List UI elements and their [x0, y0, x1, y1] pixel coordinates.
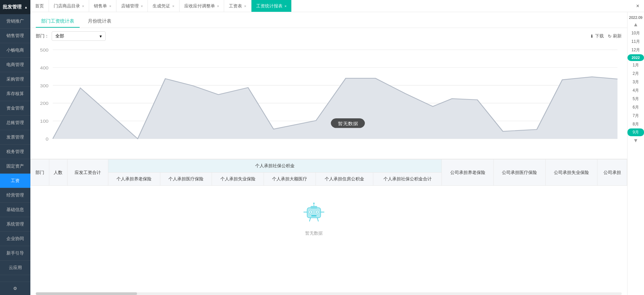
tab-close-goods[interactable]: ×	[82, 4, 84, 8]
toolbar: 部门： 全部 ▾ ⬇ 下载 ↻ 刷新	[30, 28, 627, 44]
tab-store[interactable]: 店铺管理×	[116, 0, 148, 12]
tab-month-stats[interactable]: 月份统计表	[82, 16, 117, 28]
download-label: 下载	[595, 33, 604, 39]
sidebar-item-tax[interactable]: 税务管理	[0, 145, 30, 159]
timeline-month-10[interactable]: 7月	[627, 112, 644, 120]
chart-area: 500 400 300 200 100 0	[30, 44, 627, 159]
timeline-month-7[interactable]: 4月	[627, 86, 644, 95]
empty-robot-icon	[300, 199, 327, 226]
timeline-month-0[interactable]: 10月	[627, 29, 644, 37]
timeline-month-2[interactable]: 12月	[627, 46, 644, 54]
th-company-more: 公司承担	[597, 159, 627, 186]
sidebar-item-corp[interactable]: 企业协同	[0, 232, 30, 246]
tab-label-store: 店铺管理	[121, 3, 139, 9]
sidebar-item-assets[interactable]: 固定资产	[0, 159, 30, 174]
tab-sales-order[interactable]: 销售单×	[89, 0, 116, 12]
sidebar-item-guide[interactable]: 新手引导	[0, 246, 30, 261]
chevron-down-icon: ▾	[100, 34, 102, 39]
dept-select-value: 全部	[55, 33, 64, 39]
sidebar-header-arrow: ▲	[24, 5, 28, 9]
svg-point-20	[317, 211, 318, 213]
dept-label: 部门：	[36, 33, 49, 39]
th-personal-housing: 个人承担住房公积金	[316, 173, 373, 186]
th-company-medical: 公司承担医疗保险	[493, 159, 545, 186]
sidebar-item-finance[interactable]: 资金管理	[0, 101, 30, 116]
tab-close-receivable[interactable]: ×	[217, 4, 219, 8]
tab-close-store[interactable]: ×	[141, 4, 143, 8]
th-dept: 部门	[31, 159, 49, 186]
timeline-month-1[interactable]: 11月	[627, 37, 644, 46]
th-count: 人数	[49, 159, 68, 186]
sidebar-item-base[interactable]: 基础信息	[0, 203, 30, 217]
timeline-month-8[interactable]: 5月	[627, 95, 644, 103]
tab-close-salary-report[interactable]: ×	[285, 4, 287, 8]
download-button[interactable]: ⬇ 下载	[590, 33, 604, 39]
refresh-button[interactable]: ↻ 刷新	[608, 33, 622, 39]
sidebar-item-purchase[interactable]: 采购管理	[0, 72, 30, 87]
sidebar-item-ecom[interactable]: 电商管理	[0, 58, 30, 72]
svg-text:300: 300	[40, 83, 49, 88]
chart-svg: 500 400 300 200 100 0	[36, 44, 622, 155]
sidebar-item-ecom-small[interactable]: 小畅电商	[0, 43, 30, 58]
timeline-panel: 2022.09 ▲ 10月11月12月20221月2月3月4月5月6月7月8月9…	[627, 12, 644, 295]
timeline-down-button[interactable]: ▼	[632, 136, 640, 145]
timeline-month-6[interactable]: 3月	[627, 78, 644, 86]
tab-dept-stats[interactable]: 部门工资统计表	[36, 16, 80, 28]
svg-text:100: 100	[40, 119, 49, 124]
sidebar-footer[interactable]: ⚙	[0, 282, 30, 295]
sidebar-item-sales[interactable]: 销售管理	[0, 29, 30, 43]
sidebar: 批发管理 ▲ 营销推广销售管理小畅电商电商管理采购管理库存核算资金管理总账管理发…	[0, 0, 30, 295]
tab-goods[interactable]: 门店商品目录×	[49, 0, 89, 12]
th-total-salary: 应发工资合计	[68, 159, 108, 186]
sidebar-item-invoice[interactable]: 发票管理	[0, 130, 30, 145]
th-company-pension: 公司承担养老保险	[442, 159, 494, 186]
timeline-up-button[interactable]: ▲	[632, 20, 640, 29]
timeline-month-11[interactable]: 8月	[627, 120, 644, 128]
dept-select[interactable]: 全部 ▾	[52, 31, 106, 41]
sidebar-item-salary[interactable]: 工资	[0, 174, 30, 188]
page-content: 部门工资统计表 月份统计表 部门： 全部 ▾ ⬇ 下载	[30, 12, 627, 295]
sidebar-item-cloud[interactable]: 云应用	[0, 261, 30, 275]
tab-close-salary-table[interactable]: ×	[244, 4, 246, 8]
tab-label-salary-report: 工资统计报表	[256, 3, 283, 9]
inner-tabs: 部门工资统计表 月份统计表	[30, 12, 627, 28]
refresh-label: 刷新	[613, 33, 622, 39]
tab-label-salary-table: 工资表	[229, 3, 242, 9]
tab-label-produce: 生成凭证	[153, 3, 170, 9]
svg-point-27	[313, 203, 315, 204]
svg-rect-16	[311, 206, 317, 209]
tab-close-sales-order[interactable]: ×	[109, 4, 111, 8]
th-personal-pension: 个人承担养老保险	[108, 173, 160, 186]
th-personal-unemployment: 个人承担失业保险	[212, 173, 264, 186]
svg-point-19	[310, 211, 311, 213]
sidebar-header-label: 批发管理	[3, 4, 22, 10]
empty-state: 暂无数据	[31, 186, 597, 250]
timeline-month-12[interactable]: 9月	[627, 128, 644, 136]
svg-rect-21	[311, 215, 317, 216]
sidebar-item-inventory[interactable]: 库存核算	[0, 87, 30, 101]
sidebar-header[interactable]: 批发管理 ▲	[0, 0, 30, 14]
svg-text:400: 400	[40, 65, 49, 70]
horizontal-scrollbar[interactable]	[36, 292, 622, 295]
data-table: 部门 人数 应发工资合计 个人承担社保公积金 公司承担养老保险 公司承担医疗保险…	[30, 159, 627, 250]
timeline-month-3[interactable]: 2022	[627, 54, 644, 61]
tab-salary-report[interactable]: 工资统计报表×	[251, 0, 292, 12]
tab-items-container: 首页门店商品目录×销售单×店铺管理×生成凭证×应收应付调整单×工资表×工资统计报…	[30, 0, 292, 12]
timeline-month-5[interactable]: 2月	[627, 69, 644, 78]
sidebar-item-marketing[interactable]: 营销推广	[0, 14, 30, 29]
tab-close-produce[interactable]: ×	[172, 4, 174, 8]
tab-home[interactable]: 首页	[30, 0, 49, 12]
timeline-month-4[interactable]: 1月	[627, 61, 644, 69]
scrollbar-thumb[interactable]	[36, 292, 137, 295]
sidebar-item-system[interactable]: 系统管理	[0, 217, 30, 232]
sidebar-item-ops[interactable]: 经营管理	[0, 188, 30, 203]
tab-receivable[interactable]: 应收应付调整单×	[180, 0, 224, 12]
th-personal-bigmed: 个人承担大额医疗	[264, 173, 316, 186]
download-icon: ⬇	[590, 34, 594, 39]
timeline-month-9[interactable]: 6月	[627, 103, 644, 112]
tab-produce[interactable]: 生成凭证×	[148, 0, 179, 12]
sidebar-item-ledger[interactable]: 总账管理	[0, 116, 30, 130]
tab-salary-table[interactable]: 工资表×	[224, 0, 251, 12]
svg-line-25	[317, 218, 318, 221]
close-all-tabs-button[interactable]: ×	[632, 3, 644, 9]
